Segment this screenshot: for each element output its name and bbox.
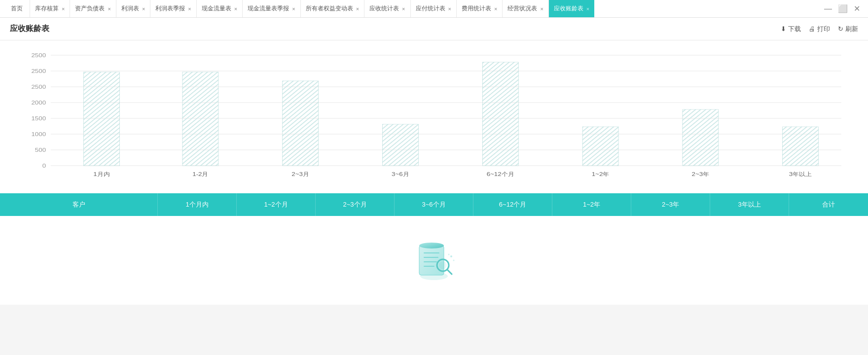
tab-profit-quarter-label: 利润表季报	[155, 4, 185, 13]
download-button[interactable]: ⬇ 下载	[781, 25, 801, 34]
tab-operation-close[interactable]: ×	[540, 6, 543, 12]
empty-icon	[409, 236, 459, 285]
svg-rect-19	[283, 81, 319, 166]
tab-balance-close[interactable]: ×	[108, 6, 110, 12]
svg-text:3~6月: 3~6月	[392, 171, 409, 178]
svg-rect-22	[582, 127, 618, 166]
svg-rect-24	[783, 127, 819, 166]
svg-text:6~12个月: 6~12个月	[487, 171, 514, 178]
svg-text:2500: 2500	[31, 68, 46, 74]
svg-text:500: 500	[35, 147, 46, 153]
refresh-icon: ↻	[838, 25, 843, 33]
refresh-label: 刷新	[845, 25, 858, 34]
svg-line-42	[447, 270, 452, 274]
col-1-2year: 1~2年	[552, 193, 631, 216]
svg-point-45	[448, 254, 450, 255]
col-2-3year: 2~3年	[631, 193, 710, 216]
tab-aging-close[interactable]: ×	[586, 6, 589, 12]
svg-text:2500: 2500	[31, 52, 46, 59]
svg-point-44	[453, 260, 455, 261]
tab-profit-quarter[interactable]: 利润表季报 ×	[150, 0, 196, 18]
svg-text:2000: 2000	[31, 100, 46, 106]
tab-receivable-stat[interactable]: 应收统计表 ×	[364, 0, 410, 18]
tab-expense-stat-close[interactable]: ×	[494, 6, 497, 12]
col-2-3month: 2~3个月	[316, 193, 395, 216]
tab-cashflow-label: 现金流量表	[202, 4, 231, 13]
tab-balance-label: 资产负债表	[75, 4, 105, 13]
tab-equity[interactable]: 所有者权益变动表 ×	[301, 0, 364, 18]
svg-text:1000: 1000	[31, 131, 46, 138]
tab-cashflow-quarter-label: 现金流量表季报	[248, 4, 289, 13]
svg-text:3年以上: 3年以上	[789, 171, 812, 178]
svg-text:0: 0	[42, 163, 46, 169]
col-1month: 1个月内	[158, 193, 237, 216]
tab-aging[interactable]: 应收账龄表 ×	[549, 0, 594, 18]
table-header: 客户 1个月内 1~2个月 2~3个月 3~6个月 6~12个月 1~2年 2~…	[0, 193, 868, 216]
empty-illustration	[409, 236, 459, 285]
svg-rect-23	[683, 109, 719, 166]
svg-text:1月内: 1月内	[93, 171, 110, 178]
tab-balance[interactable]: 资产负债表 ×	[70, 0, 116, 18]
tab-equity-close[interactable]: ×	[356, 6, 359, 12]
tab-inventory[interactable]: 库存核算 ×	[30, 0, 70, 18]
tab-operation[interactable]: 经营状况表 ×	[503, 0, 548, 18]
page-title: 应收账龄表	[10, 24, 49, 34]
download-label: 下载	[788, 25, 801, 34]
chart-area: 2500 2500 2500 2000 1500 1000 500 0	[0, 40, 868, 193]
tab-cashflow-quarter-close[interactable]: ×	[292, 6, 295, 12]
tab-inventory-label: 库存核算	[35, 4, 59, 13]
tab-profit-label: 利润表	[121, 4, 139, 13]
tab-expense-stat[interactable]: 费用统计表 ×	[457, 0, 503, 18]
main-content: 2500 2500 2500 2000 1500 1000 500 0	[0, 40, 868, 305]
tab-aging-label: 应收账龄表	[554, 4, 583, 13]
bar-chart: 2500 2500 2500 2000 1500 1000 500 0	[15, 50, 853, 188]
tab-inventory-close[interactable]: ×	[62, 6, 65, 12]
col-1-2month: 1~2个月	[237, 193, 316, 216]
svg-point-35	[419, 243, 444, 248]
window-close-button[interactable]: ✕	[852, 3, 862, 14]
tab-payable-stat[interactable]: 应付统计表 ×	[411, 0, 457, 18]
print-icon: 🖨	[809, 25, 815, 33]
empty-state	[0, 216, 868, 305]
col-3year-plus: 3年以上	[710, 193, 789, 216]
svg-text:1-2月: 1-2月	[192, 171, 208, 178]
window-maximize-button[interactable]: ⬜	[836, 3, 850, 14]
tab-receivable-stat-close[interactable]: ×	[402, 6, 405, 12]
window-actions: — ⬜ ✕	[822, 3, 864, 14]
svg-point-41	[439, 261, 447, 269]
svg-rect-18	[182, 72, 218, 166]
col-6-12month: 6~12个月	[473, 193, 552, 216]
tab-profit[interactable]: 利润表 ×	[116, 0, 150, 18]
svg-text:2~3月: 2~3月	[291, 171, 309, 178]
print-button[interactable]: 🖨 打印	[809, 25, 830, 34]
download-icon: ⬇	[781, 25, 786, 33]
tab-equity-label: 所有者权益变动表	[306, 4, 353, 13]
tab-profit-quarter-close[interactable]: ×	[188, 6, 191, 12]
refresh-button[interactable]: ↻ 刷新	[838, 25, 858, 34]
svg-point-43	[450, 255, 452, 257]
tab-profit-close[interactable]: ×	[142, 6, 145, 12]
tab-cashflow-close[interactable]: ×	[234, 6, 237, 12]
svg-text:1~2年: 1~2年	[592, 171, 610, 178]
svg-text:2~3年: 2~3年	[691, 171, 709, 178]
svg-text:1500: 1500	[31, 115, 46, 122]
tab-home[interactable]: 首页	[4, 0, 30, 18]
svg-text:2500: 2500	[31, 84, 46, 90]
tab-receivable-stat-label: 应收统计表	[369, 4, 399, 13]
svg-rect-17	[84, 72, 120, 166]
col-3-6month: 3~6个月	[395, 193, 473, 216]
svg-rect-20	[383, 124, 419, 166]
tab-expense-stat-label: 费用统计表	[462, 4, 491, 13]
chart-container: 2500 2500 2500 2000 1500 1000 500 0	[15, 50, 853, 188]
window-minimize-button[interactable]: —	[822, 3, 834, 14]
print-label: 打印	[817, 25, 830, 34]
svg-rect-21	[482, 62, 518, 166]
tab-cashflow-quarter[interactable]: 现金流量表季报 ×	[243, 0, 300, 18]
tab-bar: 首页 库存核算 × 资产负债表 × 利润表 × 利润表季报 × 现金流量表 × …	[0, 0, 868, 18]
col-total: 合计	[789, 193, 868, 216]
tab-operation-label: 经营状况表	[507, 4, 537, 13]
tab-cashflow[interactable]: 现金流量表 ×	[197, 0, 243, 18]
tab-payable-stat-close[interactable]: ×	[448, 6, 451, 12]
tab-payable-stat-label: 应付统计表	[416, 4, 445, 13]
page-header: 应收账龄表 ⬇ 下载 🖨 打印 ↻ 刷新	[0, 18, 868, 40]
